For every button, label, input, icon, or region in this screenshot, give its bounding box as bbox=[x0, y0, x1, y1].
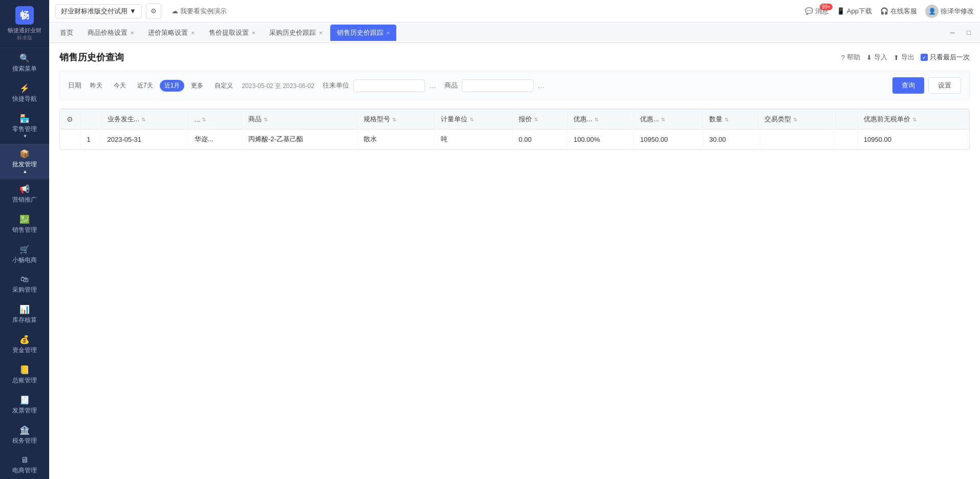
import-icon: ⬇ bbox=[866, 54, 872, 61]
online-service-button[interactable]: 🎧 在线客服 bbox=[880, 7, 917, 16]
date-filter-label: 日期 bbox=[68, 81, 81, 90]
sidebar-item-quicknav[interactable]: ⚡ 快捷导航 bbox=[0, 78, 49, 108]
tab-home[interactable]: 首页 bbox=[53, 25, 80, 41]
sidebar-item-sales[interactable]: 💹 销售管理 bbox=[0, 209, 49, 239]
table-row[interactable]: 1 2023-05-31 华迩... 丙烯酸-2-乙基己酯 散水 吨 0.00 … bbox=[60, 129, 969, 149]
tab-purchase-strategy[interactable]: 进价策略设置 × bbox=[141, 25, 201, 41]
date-btn-1month[interactable]: 近1月 bbox=[160, 80, 185, 92]
content-area: 销售历史价查询 ? 帮助 ⬇ 导入 ⬆ 导出 ✓ 只看最后一次 bbox=[49, 43, 980, 479]
user-menu[interactable]: 👤 徐泽华修改 bbox=[925, 5, 974, 18]
sidebar-item-purchase[interactable]: 🛍 采购管理 bbox=[0, 270, 49, 299]
cell-spacer bbox=[836, 129, 858, 149]
col-trade-type-header[interactable]: 交易类型 ⇅ bbox=[758, 110, 836, 129]
message-icon: 💬 bbox=[805, 7, 813, 15]
gear-icon: ⚙ bbox=[151, 7, 157, 15]
tab-purchase-history[interactable]: 采购历史价跟踪 × bbox=[263, 25, 329, 41]
sort-icon: ⇅ bbox=[725, 117, 729, 122]
col-trade-type-label: 交易类型 bbox=[764, 115, 791, 124]
sort-icon: ⇅ bbox=[470, 117, 474, 122]
messages-button[interactable]: 💬 消息 99+ bbox=[805, 7, 828, 16]
col-settings-icon[interactable]: ⚙ bbox=[67, 115, 73, 123]
sidebar-item-label: 发票管理 bbox=[12, 406, 37, 415]
tab-label: 采购历史价跟踪 bbox=[269, 28, 316, 37]
sidebar-item-ecommerce[interactable]: 🖥 电商管理 bbox=[0, 450, 49, 479]
sidebar-item-retail[interactable]: 🏪 零售管理 ▼ bbox=[0, 108, 49, 144]
only-last-checkbox[interactable]: ✓ 只看最后一次 bbox=[921, 53, 970, 62]
sidebar-item-tax[interactable]: 🏦 税务管理 bbox=[0, 420, 49, 450]
col-spec-header[interactable]: 规格型号 ⇅ bbox=[357, 110, 435, 129]
cell-discount-rate: 100.00% bbox=[567, 129, 634, 149]
settings-button[interactable]: 设置 bbox=[928, 77, 961, 94]
tab-sale-extract[interactable]: 售价提取设置 × bbox=[202, 25, 262, 41]
tab-sales-history[interactable]: 销售历史价跟踪 × bbox=[330, 25, 396, 41]
sales-icon: 💹 bbox=[19, 214, 30, 224]
source-unit-dots[interactable]: … bbox=[429, 81, 436, 90]
date-range: 2023-05-02 至 2023-06-02 bbox=[242, 82, 314, 91]
tab-close-icon[interactable]: × bbox=[252, 30, 255, 36]
cell-product: 丙烯酸-2-乙基己酯 bbox=[242, 129, 357, 149]
sidebar-item-label: 销售管理 bbox=[12, 226, 37, 234]
sidebar-item-label: 批发管理 bbox=[12, 160, 37, 169]
query-button[interactable]: 查询 bbox=[892, 77, 924, 94]
export-link[interactable]: ⬆ 导出 bbox=[893, 53, 914, 62]
page-header: 销售历史价查询 ? 帮助 ⬇ 导入 ⬆ 导出 ✓ 只看最后一次 bbox=[59, 51, 970, 63]
header-gear-button[interactable]: ⚙ bbox=[146, 4, 161, 19]
col-pretax-label: 优惠前无税单价 bbox=[864, 115, 910, 124]
sidebar-item-ecommerce-small[interactable]: 🛒 小畅电商 bbox=[0, 239, 49, 270]
sidebar-item-inventory[interactable]: 📊 库存核算 bbox=[0, 299, 49, 330]
col-pretax-header[interactable]: 优惠前无税单价 ⇅ bbox=[857, 110, 969, 129]
minimize-button[interactable]: ─ bbox=[945, 26, 960, 40]
product-dots[interactable]: … bbox=[538, 81, 545, 90]
date-btn-7days[interactable]: 近7天 bbox=[133, 80, 158, 92]
cell-rownum: 1 bbox=[80, 129, 101, 149]
col-product-header[interactable]: 商品 ⇅ bbox=[242, 110, 357, 129]
cell-qty: 30.00 bbox=[703, 129, 758, 149]
tab-close-icon[interactable]: × bbox=[319, 30, 322, 36]
invoice-icon: 🧾 bbox=[19, 395, 30, 405]
tab-label: 售价提取设置 bbox=[209, 28, 249, 37]
maximize-button[interactable]: □ bbox=[962, 26, 976, 40]
tab-label: 商品价格设置 bbox=[88, 28, 127, 37]
filter-actions: 查询 设置 bbox=[892, 77, 961, 94]
col-unit-header[interactable]: 计量单位 ⇅ bbox=[435, 110, 513, 129]
sidebar-item-marketing[interactable]: 📢 营销推广 bbox=[0, 179, 49, 209]
sidebar-item-ledger[interactable]: 📒 总账管理 bbox=[0, 360, 49, 390]
tab-close-icon[interactable]: × bbox=[131, 30, 134, 36]
col-discount-price-header[interactable]: 优惠... ⇅ bbox=[634, 110, 703, 129]
sidebar-item-search[interactable]: 🔍 搜索菜单 bbox=[0, 48, 49, 78]
col-extra-header[interactable]: ... ⇅ bbox=[188, 110, 242, 129]
sidebar-item-label: 搜索菜单 bbox=[12, 64, 37, 73]
col-spacer-header bbox=[836, 110, 858, 129]
logo-icon: 畅 bbox=[15, 6, 34, 25]
sidebar-item-wholesale[interactable]: 📦 批发管理 ▲ bbox=[0, 144, 49, 179]
import-link[interactable]: ⬇ 导入 bbox=[866, 53, 887, 62]
only-last-label: 只看最后一次 bbox=[930, 53, 970, 62]
col-bizdate-header[interactable]: 业务发生... ⇅ bbox=[101, 110, 188, 129]
sidebar: 畅 畅捷通好业财 标准版 🔍 搜索菜单 ⚡ 快捷导航 🏪 零售管理 ▼ 📦 批发… bbox=[0, 0, 49, 479]
col-discount-rate-header[interactable]: 优惠... ⇅ bbox=[567, 110, 634, 129]
date-btn-more[interactable]: 更多 bbox=[186, 80, 208, 92]
help-link[interactable]: ? 帮助 bbox=[841, 53, 860, 62]
ledger-icon: 📒 bbox=[19, 365, 30, 375]
col-price-header[interactable]: 报价 ⇅ bbox=[512, 110, 567, 129]
product-input[interactable] bbox=[462, 79, 534, 92]
source-unit-input[interactable] bbox=[353, 79, 425, 92]
date-btn-custom[interactable]: 自定义 bbox=[210, 80, 238, 92]
quicknav-icon: ⚡ bbox=[19, 83, 30, 93]
tab-close-icon[interactable]: × bbox=[387, 30, 390, 36]
date-btn-today[interactable]: 今天 bbox=[109, 80, 131, 92]
tab-product-price[interactable]: 商品价格设置 × bbox=[81, 25, 140, 41]
col-qty-label: 数量 bbox=[709, 115, 722, 124]
tab-close-icon[interactable]: × bbox=[191, 30, 194, 36]
col-qty-header[interactable]: 数量 ⇅ bbox=[703, 110, 758, 129]
cell-settings bbox=[60, 129, 80, 149]
app-download-button[interactable]: 📱 App下载 bbox=[837, 7, 872, 16]
date-btn-yesterday[interactable]: 昨天 bbox=[86, 80, 107, 92]
version-select[interactable]: 好业财标准版交付试用 ▼ bbox=[55, 4, 142, 18]
sidebar-item-finance[interactable]: 💰 资金管理 bbox=[0, 330, 49, 360]
sidebar-item-invoice[interactable]: 🧾 发票管理 bbox=[0, 390, 49, 420]
demo-link[interactable]: ☁ 我要看实例演示 bbox=[172, 7, 227, 16]
mobile-icon: 📱 bbox=[837, 7, 845, 15]
app-logo: 畅 畅捷通好业财 标准版 bbox=[0, 0, 49, 48]
col-settings[interactable]: ⚙ bbox=[60, 110, 80, 129]
